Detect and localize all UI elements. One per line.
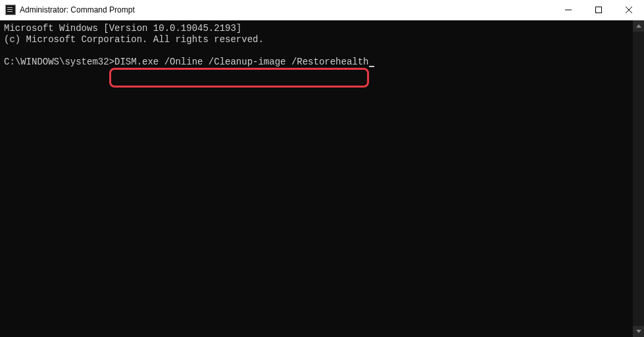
chevron-down-icon — [636, 330, 641, 333]
minimize-button[interactable] — [553, 0, 583, 20]
window-title: Administrator: Command Prompt — [20, 5, 553, 14]
terminal-area: Microsoft Windows [Version 10.0.19045.21… — [0, 20, 644, 337]
vertical-scrollbar[interactable] — [633, 20, 644, 337]
annotation-highlight — [109, 68, 369, 88]
terminal-prompt: C:\WINDOWS\system32> — [4, 57, 114, 67]
text-cursor — [369, 66, 374, 67]
terminal-line-version: Microsoft Windows [Version 10.0.19045.21… — [4, 23, 241, 34]
chevron-up-icon — [636, 24, 641, 28]
terminal-line-copyright: (c) Microsoft Corporation. All rights re… — [4, 34, 264, 45]
command-prompt-window: Administrator: Command Prompt Microsoft … — [0, 0, 644, 337]
minimize-icon — [565, 7, 572, 13]
close-button[interactable] — [614, 0, 644, 20]
scroll-track[interactable] — [633, 32, 644, 326]
cmd-icon — [5, 5, 16, 15]
maximize-button[interactable] — [583, 0, 614, 20]
terminal-output[interactable]: Microsoft Windows [Version 10.0.19045.21… — [0, 20, 633, 337]
close-icon — [626, 7, 632, 13]
terminal-command: DISM.exe /Online /Cleanup-image /Restore… — [114, 57, 368, 67]
maximize-icon — [595, 7, 602, 13]
svg-rect-1 — [596, 7, 602, 13]
scroll-up-button[interactable] — [633, 20, 644, 32]
window-controls — [553, 0, 644, 20]
scroll-down-button[interactable] — [633, 326, 644, 337]
titlebar[interactable]: Administrator: Command Prompt — [0, 0, 644, 20]
